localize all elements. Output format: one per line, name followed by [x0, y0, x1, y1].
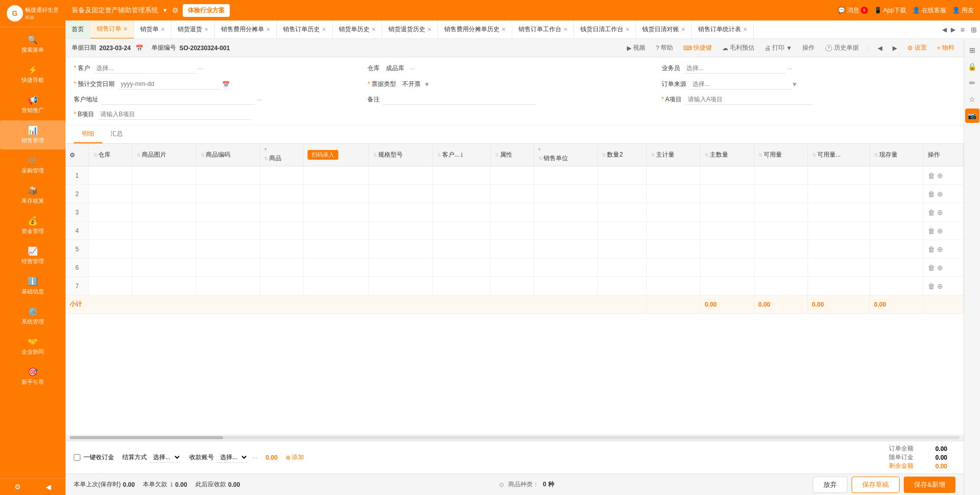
customer-input[interactable]	[93, 63, 195, 74]
help-btn[interactable]: ? 帮助	[652, 42, 676, 53]
row-copy-icon[interactable]: ⊕	[937, 208, 943, 217]
tab-sales-stats[interactable]: 销售订单统计表 ✕	[692, 20, 754, 39]
add-material-btn[interactable]: + 物料	[934, 42, 957, 53]
tab-close-icon[interactable]: ✕	[123, 26, 127, 32]
row-main-qty[interactable]	[701, 166, 754, 185]
row-warehouse[interactable]	[89, 166, 133, 185]
row-current[interactable]	[869, 166, 923, 185]
row-unit[interactable]	[534, 166, 598, 185]
warehouse-more-icon[interactable]: ···	[409, 65, 415, 72]
sidebar-item-quicknav[interactable]: ⚡ 快捷导航	[0, 60, 66, 89]
sidebar-item-basicinfo[interactable]: ℹ️ 基础信息	[0, 271, 66, 300]
row-available2[interactable]	[808, 166, 869, 185]
row-copy-icon[interactable]: ⊕	[937, 245, 943, 253]
customer-more-icon[interactable]: ···	[198, 65, 203, 72]
tab-close-icon[interactable]: ✕	[204, 27, 208, 32]
right-panel-edit-btn[interactable]: ✏	[965, 76, 979, 90]
scrollbar-track[interactable]	[70, 436, 960, 439]
save-draft-button[interactable]: 保存草稿	[852, 477, 900, 493]
row-delete-icon[interactable]: 🗑	[928, 245, 935, 253]
shortcut-btn[interactable]: ⌨ 快捷键	[680, 42, 715, 53]
tab-close-icon[interactable]: ✕	[743, 27, 747, 32]
scan-button[interactable]: 扫码录入	[308, 150, 338, 160]
invoice-type-dropdown[interactable]: ▼	[424, 81, 430, 88]
tab-close-icon[interactable]: ✕	[266, 27, 270, 32]
row-copy-icon[interactable]: ⊕	[937, 171, 943, 180]
system-dropdown[interactable]: ▼	[162, 7, 168, 13]
one-click-checkbox[interactable]	[74, 454, 80, 461]
row-image[interactable]	[133, 166, 197, 185]
nav-next-btn[interactable]: ▶	[889, 44, 900, 53]
tab-expense-history[interactable]: 销售费用分摊单历史 ✕	[438, 20, 512, 39]
tabs-fullscreen-icon[interactable]: ⊞	[968, 26, 980, 34]
add-button[interactable]: ⊕ 添加	[286, 453, 304, 462]
save-new-button[interactable]: 保存&新增	[904, 477, 955, 493]
tab-close-icon[interactable]: ✕	[625, 27, 629, 32]
settings-side-btn[interactable]: ⚙ 设置	[904, 42, 930, 53]
tab-return-history[interactable]: 销货退货历史 ✕	[382, 20, 438, 39]
tabs-next-icon[interactable]: ▶	[949, 26, 957, 33]
collapse-icon[interactable]: ◀	[46, 483, 51, 491]
sidebar-item-guide[interactable]: 🎯 新手引导	[0, 362, 66, 391]
row-copy-icon[interactable]: ⊕	[937, 282, 943, 290]
print-btn[interactable]: 🖨 打印 ▼	[761, 42, 795, 53]
tab-invoice-history[interactable]: 销货单历史 ✕	[333, 20, 382, 39]
sidebar-item-marketing[interactable]: 📢 营销推广	[0, 90, 66, 119]
calendar-icon[interactable]: 📅	[136, 45, 143, 52]
settings-bottom-icon[interactable]: ⚙	[14, 483, 21, 491]
app-download-item[interactable]: 📱 App下载	[874, 6, 906, 15]
row-copy-icon[interactable]: ⊕	[937, 227, 943, 235]
tab-close-icon[interactable]: ✕	[563, 27, 568, 32]
detail-tab-detail[interactable]: 明细	[74, 125, 102, 143]
account-select[interactable]: 选择...	[216, 452, 248, 463]
tab-sales-expense[interactable]: 销售费用分摊单 ✕	[215, 20, 277, 39]
row-attribute[interactable]	[490, 166, 534, 185]
row-copy-icon[interactable]: ⊕	[937, 190, 943, 198]
topbar-settings-icon[interactable]: ⚙	[172, 6, 179, 14]
row-available[interactable]	[754, 166, 808, 185]
right-panel-star-btn[interactable]: ☆	[965, 92, 979, 106]
address-more-icon[interactable]: ···	[257, 96, 262, 103]
tab-home[interactable]: 首页	[66, 20, 91, 39]
tab-sales-return[interactable]: 销货退货 ✕	[171, 20, 215, 39]
horizontal-scrollbar[interactable]	[66, 435, 964, 441]
row-delete-icon[interactable]: 🗑	[928, 282, 935, 290]
scrollbar-thumb[interactable]	[70, 436, 223, 439]
row-product[interactable]	[260, 166, 303, 185]
row-spec[interactable]	[369, 166, 433, 185]
nav-prev-btn[interactable]: ◀	[875, 44, 885, 53]
row-code[interactable]	[196, 166, 260, 185]
b-project-input[interactable]	[97, 109, 251, 120]
user-item[interactable]: 👤 用友	[952, 6, 974, 15]
tab-sales-invoice[interactable]: 销货单 ✕	[134, 20, 171, 39]
right-panel-grid-btn[interactable]: ⊞	[965, 43, 979, 57]
sidebar-item-purchase[interactable]: 🛒 采购管理	[0, 150, 66, 180]
tab-close-icon[interactable]: ✕	[372, 27, 376, 32]
row-delete-icon[interactable]: 🗑	[928, 227, 935, 235]
profit-btn[interactable]: ☁ 毛利预估	[719, 42, 757, 53]
message-item[interactable]: 💬 消息 9	[838, 6, 868, 15]
tab-close-icon[interactable]: ✕	[322, 27, 326, 32]
sidebar-item-inventory[interactable]: 📦 库存核算	[0, 181, 66, 210]
row-scan[interactable]	[303, 166, 369, 185]
payment-select[interactable]: 选择...	[149, 452, 181, 463]
staff-input[interactable]	[683, 63, 786, 74]
right-panel-scan-btn[interactable]: 📷	[965, 109, 979, 123]
sidebar-item-finance[interactable]: 💰 资金管理	[0, 211, 66, 240]
col-settings[interactable]: ⚙	[66, 144, 89, 166]
row-main-unit[interactable]	[647, 166, 701, 185]
sidebar-item-sales[interactable]: 📊 销售管理	[0, 120, 66, 149]
history-btn[interactable]: 🕐 历史单据	[822, 42, 862, 53]
tab-cash-reconcile[interactable]: 钱货日清对账 ✕	[636, 20, 692, 39]
row-delete-icon[interactable]: 🗑	[928, 208, 935, 217]
staff-more-icon[interactable]: ···	[788, 65, 793, 72]
address-input[interactable]	[101, 94, 255, 105]
tab-close-icon[interactable]: ✕	[161, 27, 165, 32]
tab-close-icon[interactable]: ✕	[427, 27, 431, 32]
tab-close-icon[interactable]: ✕	[502, 27, 506, 32]
view-btn[interactable]: ▶ 视频	[624, 42, 648, 53]
delivery-date-input[interactable]	[118, 79, 220, 90]
sidebar-item-search[interactable]: 🔍 搜索菜单	[0, 30, 66, 59]
sidebar-item-collab[interactable]: 🤝 企业协同	[0, 332, 66, 361]
right-panel-lock-btn[interactable]: 🔒	[965, 59, 979, 74]
